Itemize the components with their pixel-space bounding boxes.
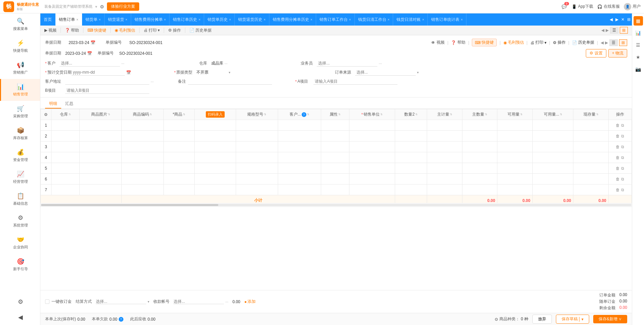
right-panel-chart-icon[interactable]: 📊 [634,28,643,38]
calendar-icon[interactable]: 📅 [90,40,96,45]
cell-customer-code-2[interactable] [278,131,321,141]
online-support-btn[interactable]: 🎧 在线客服 [597,4,620,9]
right-panel-bookmark-icon[interactable]: ★ [634,52,643,62]
copy-icon-1[interactable]: ⧉ [621,123,624,128]
scroll-thumb[interactable] [41,204,218,206]
tab-daily-reconcile-close[interactable]: × [422,18,424,22]
doc-date-field[interactable]: 2023-03-24 📅 [69,40,96,45]
toolbar-shortcut[interactable]: ⌨ 快捷键 [87,28,106,33]
right-panel-camera-icon[interactable]: 📷 [634,65,643,74]
cell-warehouse-3[interactable] [51,141,80,152]
cell-warehouse-1[interactable] [51,120,80,131]
save-draft-arrow[interactable]: ▾ [579,317,583,322]
tab-detail[interactable]: 明细 [45,99,61,109]
tab-return-hist-close[interactable]: × [264,18,266,22]
nav-next2[interactable]: ▶ [605,40,608,45]
cell-unit-1[interactable] [349,120,395,131]
warehouse-more[interactable]: ··· [225,62,228,66]
print-btn[interactable]: 🖨 打印 ▾ [530,40,546,45]
sort-main-qty[interactable]: ⇅ [485,113,487,116]
shortcut-btn[interactable]: ⌨ 快捷键 [472,39,497,46]
sidebar-item-system[interactable]: ⚙ 系统管理 [0,210,40,232]
cell-code-1[interactable] [121,120,163,131]
sort-available2[interactable]: ⇅ [560,113,562,116]
sort-stock[interactable]: ⇅ [596,113,599,116]
customer-more[interactable]: ··· [121,62,124,66]
toolbar-view[interactable]: ▶ 视频 [44,28,56,33]
copy-icon-7[interactable]: ⧉ [621,188,624,192]
delivery-calendar-icon[interactable]: 📅 [126,70,131,75]
sidebar-collapse-btn[interactable]: ◀ [0,310,40,325]
tab-nav-next[interactable]: ▶ [614,17,620,22]
message-icon[interactable]: 💬 9 [561,3,568,10]
cell-warehouse-2[interactable] [51,131,80,141]
account-input[interactable] [174,299,224,304]
payment-method-input[interactable] [96,299,146,304]
order-source-dropdown[interactable]: ▾ [417,71,419,74]
copy-icon-2[interactable]: ⧉ [621,134,624,138]
toolbar-help[interactable]: ❓ 帮助 [65,28,79,33]
settings-btn[interactable]: ⚙ 设置 [586,49,606,57]
sidebar-item-inventory[interactable]: 📦 库存核算 [0,123,40,145]
tab-sales-invoice[interactable]: 销货单 × [82,13,105,26]
tab-sales-stats[interactable]: 销售订单统计表 × [428,13,466,26]
tab-expense-hist-close[interactable]: × [310,18,312,22]
staff-input[interactable] [317,60,377,67]
copy-icon-5[interactable]: ⧉ [621,166,624,171]
account-more[interactable]: ··· [225,300,228,304]
toolbar-profit[interactable]: ◉ 毛利预估 [115,28,135,33]
staff-more[interactable]: ··· [379,62,382,66]
tab-invoice-hist-close[interactable]: × [229,18,231,22]
scan-btn[interactable]: 扫码录入 [206,111,225,118]
sort-attribute[interactable]: ⇅ [338,113,341,116]
nav-next[interactable]: ▶ [606,28,609,33]
cell-product-1[interactable] [163,120,194,131]
system-dropdown-icon[interactable]: ▾ [95,4,97,9]
delete-icon-7[interactable]: 🗑 [616,188,620,192]
cell-spec-2[interactable] [236,131,278,141]
sort-customer-code[interactable]: ⇅ [307,113,309,116]
sidebar-item-sales[interactable]: 📊 销售管理 [0,79,40,101]
tab-summary[interactable]: 汇总 [61,99,77,109]
discard-button[interactable]: 放弃 [532,315,552,324]
horizontal-scrollbar[interactable] [40,203,632,207]
print-dropdown[interactable]: ▾ [158,28,160,33]
table-container[interactable]: ⚙ 仓库⇅ 商品图片⇅ 商品编码⇅ [40,109,632,203]
sidebar-settings-btn[interactable]: ⚙ [0,294,40,310]
copy-icon-3[interactable]: ⧉ [621,145,624,149]
tab-sales-expense-close[interactable]: × [164,18,166,22]
form-view-btn[interactable]: ⊞ [620,27,628,34]
tab-return-hist[interactable]: 销货退货历史 × [235,13,269,26]
nav-prev2[interactable]: ◀ [601,40,604,45]
cell-main-qty-2[interactable] [462,131,497,141]
tab-daily-reconcile[interactable]: 钱货日清对账 × [393,13,428,26]
sort-product[interactable]: ⇅ [183,113,185,116]
cell-attribute-2[interactable] [321,131,349,141]
sort-available[interactable]: ⇅ [520,113,523,116]
tab-sales-order-hist[interactable]: 销售订单历史 × [169,13,204,26]
delete-icon-1[interactable]: 🗑 [616,123,620,128]
help-btn[interactable]: ❓ 帮助 [451,40,465,45]
delete-icon-5[interactable]: 🗑 [616,166,620,171]
copy-icon-4[interactable]: ⧉ [621,155,624,160]
sort-main-unit[interactable]: ⇅ [450,113,452,116]
settings-icon[interactable]: ⚙ [100,4,104,9]
sort-code[interactable]: ⇅ [150,113,152,116]
cell-main-qty-1[interactable] [462,120,497,131]
tab-nav-expand[interactable]: ⊞ [626,17,632,22]
right-panel-table-icon[interactable]: ▦ [634,16,643,26]
form-view-btn2[interactable]: ⊞ [619,39,627,46]
tab-order-workbench[interactable]: 销售订单工作台 × [316,13,355,26]
op-btn[interactable]: ⚙ 操作 [553,40,566,45]
delete-icon-6[interactable]: 🗑 [616,177,620,181]
sort-spec[interactable]: ⇅ [264,113,266,116]
th-settings[interactable]: ⚙ [41,109,51,120]
cell-qty2-2[interactable] [395,131,427,141]
sidebar-item-basic[interactable]: 📋 基础信息 [0,188,40,210]
sidebar-item-marketing[interactable]: 📢 营销推广 [0,57,40,79]
calendar-icon2[interactable]: 📅 [87,51,92,56]
tab-sales-order-hist-close[interactable]: × [198,18,200,22]
tab-sales-expense[interactable]: 销售费用分摊单 × [131,13,170,26]
delete-icon-4[interactable]: 🗑 [616,155,620,160]
sidebar-item-shortcut[interactable]: ⚡ 快捷导航 [0,35,40,57]
